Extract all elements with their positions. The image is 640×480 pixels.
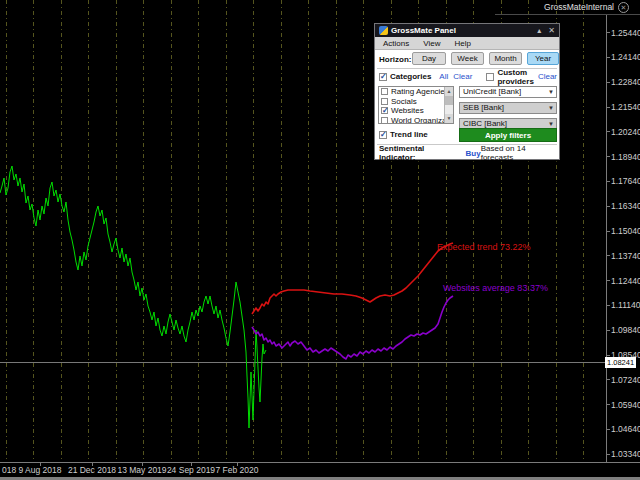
current-price-badge: 1.08241 (605, 357, 636, 368)
price-label: 1.09840 (611, 325, 640, 335)
provider-dropdown-value: SEB [Bank] (463, 103, 504, 112)
close-icon[interactable]: ✕ (548, 24, 555, 37)
sentimental-note: Based on 14 forecasts (481, 144, 557, 162)
chevron-down-icon: ▼ (548, 87, 554, 98)
provider-dropdown-value: UniCredit [Bank] (463, 87, 521, 96)
date-label: 24 Sep 2019 (167, 465, 215, 475)
list-item[interactable]: Rating Agencies (379, 87, 453, 97)
sentimental-label: Sentimental Indicator: (379, 144, 460, 162)
horizon-button-year[interactable]: Year (527, 52, 559, 65)
list-item-label: Socials (391, 97, 417, 106)
custom-providers-clear-link[interactable]: Clear (538, 72, 557, 81)
list-item-label: Websites (391, 106, 424, 115)
mt4-chart-window: GrossMateInternal ✕ 1.254401.241401.2284… (0, 0, 640, 480)
categories-label: Categories (390, 72, 431, 81)
menu-bar: ActionsViewHelp (375, 37, 559, 50)
date-label: 7 Feb 2020 (215, 465, 258, 475)
indicator-close-icon[interactable]: ✕ (618, 2, 629, 13)
price-label: 1.22840 (611, 77, 640, 87)
price-label: 1.16340 (611, 201, 640, 211)
minimize-icon[interactable]: ▴ (537, 24, 541, 37)
price-label: 1.15040 (611, 226, 640, 236)
trend-line-checkbox[interactable] (379, 131, 387, 139)
filter-header-row: Categories All Clear Custom providers Cl… (379, 71, 557, 82)
provider-dropdown-1[interactable]: SEB [Bank]▼ (459, 102, 557, 114)
scroll-up-icon[interactable]: ▲ (445, 87, 453, 96)
price-label: 1.21540 (611, 102, 640, 112)
websites-checkbox[interactable] (381, 107, 388, 114)
time-axis-border (0, 462, 640, 463)
menu-item-help[interactable]: Help (454, 39, 470, 48)
trend-line-row: Trend line (379, 130, 428, 139)
categories-all-link[interactable]: All (439, 72, 448, 81)
horizon-label: Horizon: (379, 55, 411, 64)
sentimental-value: Buy (466, 149, 481, 158)
provider-dropdown-value: CIBC [Bank] (463, 119, 507, 128)
list-item[interactable]: Socials (379, 97, 453, 107)
categories-clear-link[interactable]: Clear (453, 72, 472, 81)
date-label: 018 (2, 465, 16, 475)
list-item-label: Rating Agencies (391, 87, 449, 96)
trend-line-label: Trend line (390, 130, 428, 139)
panel-title-bar[interactable]: GrossMate Panel ▴ ✕ (375, 24, 559, 37)
price-label: 1.18940 (611, 152, 640, 162)
listbox-scrollbar[interactable]: ▲ ▼ (444, 87, 453, 123)
indicator-name: GrossMateInternal (544, 2, 614, 12)
categories-checkbox[interactable] (379, 73, 387, 81)
date-label: 9 Aug 2018 (18, 465, 61, 475)
provider-dropdown-0[interactable]: UniCredit [Bank]▼ (459, 86, 557, 98)
custom-providers-label: Custom providers (497, 68, 538, 86)
horizon-button-month[interactable]: Month (489, 52, 522, 65)
series-expected-trend (252, 243, 453, 314)
trend-label-expected-trend: Expected trend 73.22% (437, 242, 531, 252)
menu-item-actions[interactable]: Actions (383, 39, 409, 48)
price-label: 1.03340 (611, 449, 640, 459)
grossmate-panel: GrossMate Panel ▴ ✕ ActionsViewHelp Hori… (374, 23, 560, 160)
custom-providers-checkbox[interactable] (486, 73, 494, 81)
series-websites-average (252, 296, 453, 359)
price-axis-border (606, 15, 607, 462)
chevron-down-icon: ▼ (548, 103, 554, 114)
rating-agencies-checkbox[interactable] (381, 88, 388, 95)
world-organizations-checkbox[interactable] (381, 117, 388, 124)
price-label: 1.25440 (611, 28, 640, 38)
horizon-button-week[interactable]: Week (451, 52, 484, 65)
price-label: 1.05940 (611, 400, 640, 410)
horizon-button-day[interactable]: Day (412, 52, 446, 65)
indicator-header: GrossMateInternal ✕ (495, 0, 640, 15)
trend-label-websites-average: Websites average 83.37% (443, 283, 548, 293)
list-item[interactable]: World Organizations (379, 116, 453, 125)
price-label: 1.07240 (611, 375, 640, 385)
price-label: 1.11140 (611, 300, 640, 310)
apply-filters-button[interactable]: Apply filters (459, 128, 557, 142)
date-label: 21 Dec 2018 (68, 465, 116, 475)
menu-item-view[interactable]: View (423, 39, 440, 48)
price-label: 1.20240 (611, 127, 640, 137)
scrollbar-thumb[interactable] (445, 96, 453, 105)
price-label: 1.12440 (611, 276, 640, 286)
price-label: 1.17640 (611, 176, 640, 186)
socials-checkbox[interactable] (381, 98, 388, 105)
horizon-row: Horizon: DayWeekMonthYear (375, 50, 559, 67)
panel-title: GrossMate Panel (391, 26, 534, 35)
sentimental-row: Sentimental Indicator: Buy Based on 14 f… (379, 147, 557, 159)
scroll-down-icon[interactable]: ▼ (445, 114, 453, 123)
list-item[interactable]: Websites (379, 106, 453, 116)
grossmate-logo-icon (379, 26, 388, 35)
categories-listbox: Rating AgenciesSocialsWebsitesWorld Orga… (378, 86, 454, 124)
price-label: 1.13740 (611, 251, 640, 261)
price-label: 1.24140 (611, 52, 640, 62)
date-label: 13 May 2019 (117, 465, 166, 475)
price-label: 1.04640 (611, 424, 640, 434)
